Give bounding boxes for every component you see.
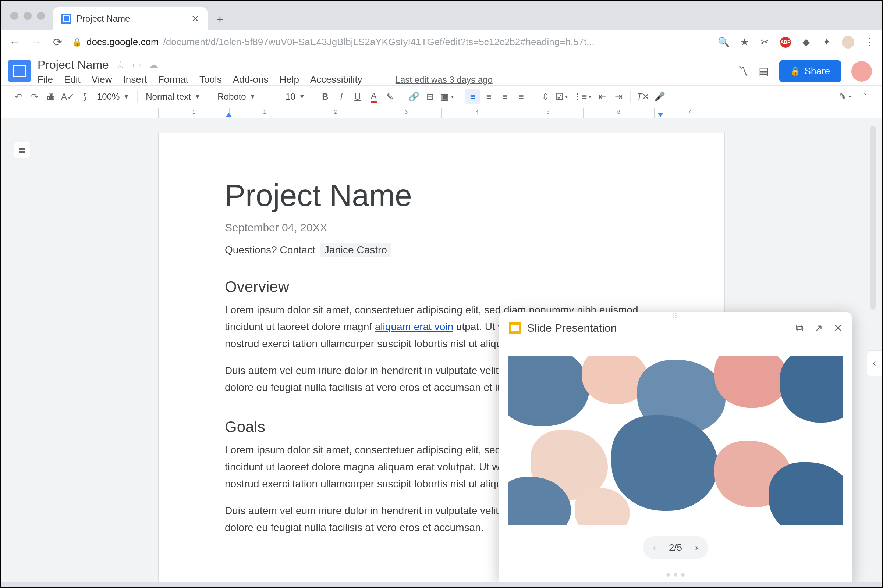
share-lock-icon: 🔒 xyxy=(790,66,800,76)
clear-format-button[interactable]: T✕ xyxy=(635,89,651,104)
line-spacing-button[interactable]: ⇳ xyxy=(538,89,553,104)
tab-close-icon[interactable]: ✕ xyxy=(191,13,200,25)
left-indent-marker[interactable] xyxy=(226,112,232,117)
drive-extension-icon[interactable]: ◆ xyxy=(800,37,812,48)
align-justify-button[interactable]: ≡ xyxy=(514,89,529,104)
slides-preview-popup: ⠿ Slide Presentation ⧉ ↗ ✕ xyxy=(499,312,852,582)
doc-title[interactable]: Project Name xyxy=(38,58,109,72)
cloud-status-icon[interactable]: ☁ xyxy=(149,59,158,70)
menu-addons[interactable]: Add-ons xyxy=(233,74,269,86)
font-select[interactable]: Roboto▼ xyxy=(214,92,273,102)
close-icon[interactable]: ✕ xyxy=(834,322,842,334)
menu-help[interactable]: Help xyxy=(279,74,299,86)
slide-navigation: ‹ 2/5 › xyxy=(508,536,843,559)
address-bar[interactable]: 🔒 docs.google.com/document/d/1olcn-5f897… xyxy=(72,36,710,48)
overview-link[interactable]: aliquam erat voin xyxy=(375,321,453,332)
share-button[interactable]: 🔒 Share xyxy=(779,60,841,82)
spellcheck-button[interactable]: A✓ xyxy=(60,89,76,104)
voice-typing-button[interactable]: 🎤 xyxy=(652,89,667,104)
abp-extension-icon[interactable]: ABP xyxy=(780,37,791,48)
last-edit-link[interactable]: Last edit was 3 days ago xyxy=(395,75,493,85)
overview-heading: Overview xyxy=(225,278,658,296)
right-indent-marker[interactable] xyxy=(658,112,663,117)
extensions-icon[interactable]: ✦ xyxy=(821,37,832,48)
docs-logo-icon[interactable] xyxy=(8,60,31,82)
doc-date: September 04, 20XX xyxy=(225,221,658,234)
url-path: /document/d/1olcn-5f897wuV0FSaE43JgBlbjL… xyxy=(163,36,595,48)
scissors-icon[interactable]: ✂ xyxy=(759,37,770,48)
checklist-button[interactable]: ☑▼ xyxy=(554,89,570,104)
forward-button[interactable]: → xyxy=(29,36,43,49)
activity-icon[interactable]: 〽 xyxy=(737,65,748,78)
star-icon[interactable]: ★ xyxy=(739,37,750,48)
window-zoom[interactable] xyxy=(37,12,45,20)
bold-button[interactable]: B xyxy=(318,89,333,104)
account-avatar[interactable] xyxy=(851,61,872,82)
document-canvas: ≣ Project Name September 04, 20XX Questi… xyxy=(2,118,881,582)
lock-icon: 🔒 xyxy=(72,38,82,47)
outdent-button[interactable]: ⇤ xyxy=(595,89,610,104)
highlight-button[interactable]: ✎ xyxy=(383,89,397,104)
bulleted-list-button[interactable]: ⋮≡▼ xyxy=(572,89,594,104)
link-button[interactable]: 🔗 xyxy=(407,89,421,104)
ruler[interactable]: 1 1 2 3 4 5 6 7 xyxy=(2,108,881,118)
window-controls xyxy=(7,2,50,30)
star-outline-icon[interactable]: ☆ xyxy=(116,59,125,70)
menu-format[interactable]: Format xyxy=(158,74,188,86)
paint-format-button[interactable]: ⟆ xyxy=(77,89,92,104)
style-select[interactable]: Normal text▼ xyxy=(142,92,204,102)
menu-file[interactable]: File xyxy=(38,74,53,86)
indent-button[interactable]: ⇥ xyxy=(611,89,626,104)
align-right-button[interactable]: ≡ xyxy=(498,89,512,104)
italic-button[interactable]: I xyxy=(334,89,349,104)
kebab-menu-icon[interactable]: ⋮ xyxy=(864,37,875,48)
slide-thumbnail[interactable] xyxy=(508,356,843,525)
font-size-select[interactable]: 10▼ xyxy=(282,92,309,102)
contact-chip[interactable]: Janice Castro xyxy=(320,243,391,257)
side-panel-toggle[interactable]: ‹ xyxy=(867,351,881,376)
docs-favicon-icon xyxy=(61,14,71,24)
zoom-icon[interactable]: 🔍 xyxy=(718,37,729,48)
align-left-button[interactable]: ≡ xyxy=(466,89,480,104)
menu-edit[interactable]: Edit xyxy=(64,74,81,86)
prev-slide-button[interactable]: ‹ xyxy=(646,539,663,556)
zoom-select[interactable]: 100%▼ xyxy=(93,92,133,102)
outline-toggle-button[interactable]: ≣ xyxy=(14,142,30,158)
profile-avatar[interactable] xyxy=(842,36,854,48)
menu-tools[interactable]: Tools xyxy=(200,74,222,86)
popup-footer xyxy=(499,567,852,582)
popup-title: Slide Presentation xyxy=(527,322,617,334)
reload-button[interactable]: ⟳ xyxy=(51,36,64,49)
tab-title: Project Name xyxy=(77,14,130,24)
copy-icon[interactable]: ⧉ xyxy=(796,322,803,334)
underline-button[interactable]: U xyxy=(350,89,365,104)
new-tab-button[interactable]: + xyxy=(211,10,229,28)
toolbar-right: 🔍 ★ ✂ ABP ◆ ✦ ⋮ xyxy=(718,36,875,48)
format-toolbar: ↶ ↷ 🖶 A✓ ⟆ 100%▼ Normal text▼ Roboto▼ 10… xyxy=(2,86,881,108)
print-button[interactable]: 🖶 xyxy=(44,89,58,104)
menu-accessibility[interactable]: Accessibility xyxy=(310,74,362,86)
align-center-button[interactable]: ≡ xyxy=(482,89,496,104)
docs-header: Project Name ☆ ▭ ☁ File Edit View Insert… xyxy=(2,54,881,86)
open-external-icon[interactable]: ↗ xyxy=(814,322,823,334)
comment-button[interactable]: ⊞ xyxy=(423,89,437,104)
menu-view[interactable]: View xyxy=(92,74,112,86)
popup-drag-handle[interactable]: ⠿ xyxy=(499,312,852,320)
popup-body: ‹ 2/5 › xyxy=(499,341,852,567)
image-button[interactable]: ▣▼ xyxy=(439,89,456,104)
window-minimize[interactable] xyxy=(24,12,32,20)
scrollbar[interactable] xyxy=(871,126,875,310)
text-color-button[interactable]: A xyxy=(366,89,381,104)
browser-tab[interactable]: Project Name ✕ xyxy=(53,8,207,30)
next-slide-button[interactable]: › xyxy=(688,539,705,556)
redo-button[interactable]: ↷ xyxy=(27,89,42,104)
editing-mode-button[interactable]: ✎▼ xyxy=(837,89,854,104)
move-folder-icon[interactable]: ▭ xyxy=(132,59,141,70)
window-close[interactable] xyxy=(10,12,18,20)
collapse-toolbar-button[interactable]: ˄ xyxy=(857,89,872,104)
comments-icon[interactable]: ▤ xyxy=(758,65,769,78)
back-button[interactable]: ← xyxy=(8,36,21,49)
slide-counter: 2/5 xyxy=(663,542,688,554)
undo-button[interactable]: ↶ xyxy=(11,89,26,104)
menu-insert[interactable]: Insert xyxy=(123,74,147,86)
